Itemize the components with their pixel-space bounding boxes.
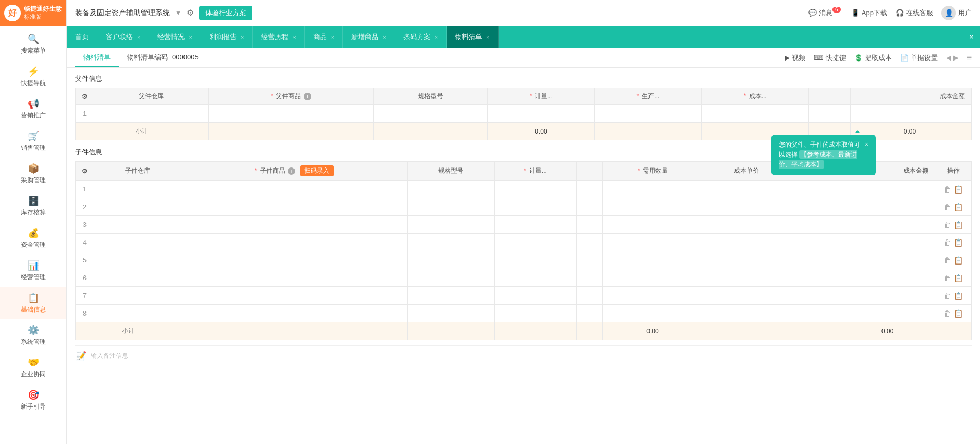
- tab-customers[interactable]: 客户联络 ×: [97, 26, 149, 48]
- delete-icon[interactable]: 🗑: [944, 185, 951, 194]
- child-row-1-unit-cost[interactable]: [703, 181, 790, 198]
- tab-bom[interactable]: 物料清单 ×: [447, 26, 498, 48]
- child-row-2-unit[interactable]: [494, 198, 576, 216]
- child-row-5-unit[interactable]: [494, 251, 576, 269]
- scan-button[interactable]: 扫码录入: [300, 165, 334, 176]
- child-row-6-unit-cost[interactable]: [703, 269, 790, 287]
- delete-icon[interactable]: 🗑: [944, 221, 951, 229]
- single-settings-action[interactable]: 📄 单据设置: [900, 53, 938, 63]
- tab-newgoods[interactable]: 新增商品 ×: [343, 26, 395, 48]
- parent-goods-info-icon[interactable]: i: [304, 93, 311, 100]
- tab-home[interactable]: 首页: [67, 26, 97, 48]
- child-row-4-unit-cost[interactable]: [703, 234, 790, 251]
- tab-close-customers[interactable]: ×: [137, 34, 140, 40]
- parent-row-1-production[interactable]: [595, 105, 702, 123]
- sidebar-item-guide[interactable]: 🎯 新手引导: [0, 384, 66, 416]
- copy-icon[interactable]: 📋: [954, 292, 963, 300]
- child-row-2-warehouse[interactable]: [94, 198, 181, 216]
- child-row-2-spec[interactable]: [407, 198, 494, 216]
- sub-tab-bomcode[interactable]: 物料清单编码 0000005: [119, 48, 207, 67]
- child-row-1-warehouse[interactable]: [94, 181, 181, 198]
- child-row-3-goods[interactable]: [181, 216, 407, 234]
- user-action[interactable]: 👤 用户: [941, 6, 972, 20]
- delete-icon[interactable]: 🗑: [944, 292, 951, 300]
- next-icon[interactable]: ▶: [953, 54, 959, 62]
- settings-icon[interactable]: ⚙: [187, 8, 194, 18]
- child-row-3-unit[interactable]: [494, 216, 576, 234]
- copy-icon[interactable]: 📋: [954, 274, 963, 282]
- child-row-4-unit[interactable]: [494, 234, 576, 251]
- child-row-1-unit[interactable]: [494, 181, 576, 198]
- view-action[interactable]: ▶ 视频: [785, 53, 805, 63]
- child-row-5-spec[interactable]: [407, 251, 494, 269]
- tab-operations[interactable]: 经营情况 ×: [149, 26, 201, 48]
- hint-text[interactable]: 输入备注信息: [91, 352, 128, 361]
- parent-row-1-warehouse[interactable]: [94, 105, 209, 123]
- child-row-5-qty[interactable]: [603, 251, 703, 269]
- trial-button[interactable]: 体验行业方案: [199, 6, 252, 20]
- child-row-8-goods[interactable]: [181, 305, 407, 322]
- copy-icon[interactable]: 📋: [954, 238, 963, 247]
- child-row-8-qty[interactable]: [603, 305, 703, 322]
- child-goods-info-icon[interactable]: i: [288, 167, 295, 175]
- sidebar-item-finance[interactable]: 💰 资金管理: [0, 222, 66, 255]
- sidebar-item-search[interactable]: 🔍 搜索菜单: [0, 28, 66, 61]
- app-download-action[interactable]: 📱 App下载: [851, 8, 887, 18]
- delete-icon[interactable]: 🗑: [944, 309, 951, 318]
- child-row-8-unit-cost[interactable]: [703, 305, 790, 322]
- prev-icon[interactable]: ◀: [946, 54, 951, 62]
- sidebar-item-system[interactable]: ⚙️ 系统管理: [0, 319, 66, 352]
- child-row-8-unit[interactable]: [494, 305, 576, 322]
- tabs-close-all[interactable]: ×: [963, 32, 980, 42]
- sidebar-item-purchase[interactable]: 📦 采购管理: [0, 158, 66, 190]
- child-row-4-spec[interactable]: [407, 234, 494, 251]
- child-row-2-goods[interactable]: [181, 198, 407, 216]
- child-row-5-warehouse[interactable]: [94, 251, 181, 269]
- child-row-4-qty[interactable]: [603, 234, 703, 251]
- sidebar-item-inventory[interactable]: 🗄️ 库存核算: [0, 190, 66, 222]
- shortcut-action[interactable]: ⌨ 快捷键: [814, 53, 846, 63]
- child-row-4-goods[interactable]: [181, 234, 407, 251]
- child-row-7-qty[interactable]: [603, 287, 703, 305]
- menu-icon[interactable]: ≡: [967, 53, 972, 63]
- tab-bizflow[interactable]: 经营历程 ×: [253, 26, 304, 48]
- child-row-3-unit-cost[interactable]: [703, 216, 790, 234]
- tab-close-barcode[interactable]: ×: [435, 34, 438, 40]
- delete-icon[interactable]: 🗑: [944, 238, 951, 247]
- tab-close-operations[interactable]: ×: [189, 34, 192, 40]
- message-action[interactable]: 💬 消息 6: [808, 8, 843, 18]
- child-row-8-warehouse[interactable]: [94, 305, 181, 322]
- get-cost-action[interactable]: 💲 提取成本: [854, 53, 892, 63]
- child-row-3-warehouse[interactable]: [94, 216, 181, 234]
- sidebar-item-marketing[interactable]: 📢 营销推广: [0, 93, 66, 125]
- child-row-7-unit[interactable]: [494, 287, 576, 305]
- parent-row-1-unit[interactable]: [487, 105, 594, 123]
- copy-icon[interactable]: 📋: [954, 221, 963, 229]
- delete-icon[interactable]: 🗑: [944, 256, 951, 265]
- copy-icon[interactable]: 📋: [954, 256, 963, 265]
- child-row-3-spec[interactable]: [407, 216, 494, 234]
- sidebar-item-collab[interactable]: 🤝 企业协同: [0, 352, 66, 384]
- child-row-6-spec[interactable]: [407, 269, 494, 287]
- tab-barcode[interactable]: 条码方案 ×: [395, 26, 447, 48]
- parent-row-1-goods[interactable]: [208, 105, 373, 123]
- parent-th-settings[interactable]: ⚙: [76, 88, 94, 105]
- child-row-5-goods[interactable]: [181, 251, 407, 269]
- tab-profit[interactable]: 利润报告 ×: [201, 26, 253, 48]
- child-row-2-unit-cost[interactable]: [703, 198, 790, 216]
- parent-row-1-cost[interactable]: [702, 105, 808, 123]
- child-row-8-spec[interactable]: [407, 305, 494, 322]
- child-row-1-goods[interactable]: [181, 181, 407, 198]
- child-row-7-warehouse[interactable]: [94, 287, 181, 305]
- child-row-6-goods[interactable]: [181, 269, 407, 287]
- tab-close-profit[interactable]: ×: [241, 34, 244, 40]
- child-row-1-qty[interactable]: [603, 181, 703, 198]
- child-row-3-qty[interactable]: [603, 216, 703, 234]
- child-row-7-spec[interactable]: [407, 287, 494, 305]
- tab-close-newgoods[interactable]: ×: [383, 34, 386, 40]
- sub-tab-bomlist[interactable]: 物料清单: [75, 48, 119, 67]
- system-dropdown-icon[interactable]: ▼: [175, 9, 181, 17]
- delete-icon[interactable]: 🗑: [944, 203, 951, 211]
- sidebar-item-quicknav[interactable]: ⚡ 快捷导航: [0, 61, 66, 93]
- child-row-4-warehouse[interactable]: [94, 234, 181, 251]
